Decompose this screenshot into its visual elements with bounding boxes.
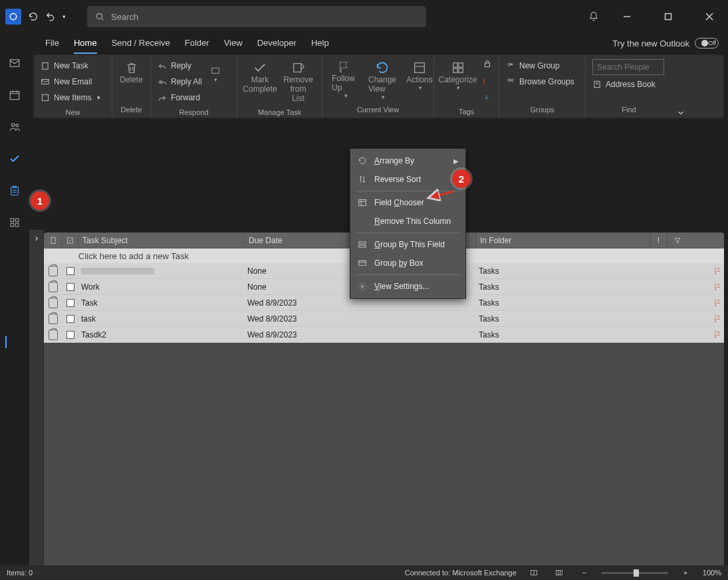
table-row[interactable]: Tasdk2 Wed 8/9/2023 Tasks: [44, 327, 724, 343]
cell-subject: Tasdk2: [78, 330, 245, 339]
menu-group-by-box[interactable]: Group by Box: [350, 254, 465, 272]
group-respond-label: Respond: [151, 108, 237, 118]
nav-tasks-icon[interactable]: [5, 183, 24, 198]
menu-remove-column[interactable]: Remove This Column: [350, 212, 465, 231]
try-toggle[interactable]: Off: [695, 38, 719, 48]
maximize-button[interactable]: [655, 7, 681, 27]
column-header-icon[interactable]: [44, 233, 62, 248]
close-button[interactable]: [696, 7, 723, 27]
zoom-out-button[interactable]: −: [576, 567, 592, 578]
svg-point-24: [508, 79, 511, 82]
menu-arrange-by[interactable]: Arrange By ▶: [350, 151, 465, 170]
private-icon[interactable]: [483, 59, 492, 70]
column-header-importance[interactable]: !: [650, 233, 667, 248]
search-box[interactable]: Search: [87, 6, 426, 27]
annotation-marker-1: 1: [31, 191, 49, 210]
cell-subject: [78, 268, 245, 274]
refresh-icon[interactable]: [28, 11, 39, 22]
tab-view[interactable]: View: [224, 33, 243, 53]
flag-icon[interactable]: [712, 266, 724, 276]
zoom-slider[interactable]: [602, 572, 668, 574]
undo-icon[interactable]: [45, 11, 56, 22]
folder-pane-expand-button[interactable]: [29, 230, 44, 580]
new-items-button[interactable]: New Items▾: [41, 91, 100, 104]
mark-complete-button[interactable]: Mark Complete: [244, 59, 276, 95]
tab-developer[interactable]: Developer: [257, 33, 297, 53]
reverse-sort-icon: [357, 175, 368, 184]
svg-rect-9: [15, 219, 19, 222]
new-items-label: New Items: [54, 91, 92, 104]
table-row[interactable]: task Wed 8/9/2023 Tasks: [44, 311, 724, 327]
column-header-complete[interactable]: [62, 233, 78, 248]
svg-rect-10: [11, 223, 14, 227]
new-group-button[interactable]: New Group: [506, 59, 574, 72]
actions-button[interactable]: Actions▾: [404, 59, 435, 92]
column-context-menu: Arrange By ▶ Reverse Sort Field Chooser …: [350, 148, 466, 299]
new-email-label: New Email: [54, 75, 92, 88]
flag-icon[interactable]: [712, 282, 724, 292]
task-icon: [44, 282, 62, 292]
menu-reverse-sort[interactable]: Reverse Sort: [350, 170, 465, 189]
flag-icon[interactable]: [712, 330, 724, 339]
delete-button[interactable]: Delete: [116, 59, 148, 86]
menu-group-by-field[interactable]: Group By This Field: [350, 235, 465, 254]
reply-button[interactable]: Reply: [158, 59, 202, 72]
tab-folder[interactable]: Folder: [185, 33, 209, 53]
new-email-button[interactable]: New Email: [41, 75, 100, 88]
follow-up-button[interactable]: Follow Up▾: [329, 59, 361, 100]
zoom-in-button[interactable]: +: [677, 567, 693, 578]
nav-more-apps-icon[interactable]: [5, 215, 24, 230]
ribbon-expand-button[interactable]: [672, 55, 689, 118]
search-placeholder: Search: [111, 12, 138, 22]
browse-groups-button[interactable]: Browse Groups: [506, 75, 574, 88]
importance-high-icon[interactable]: !: [483, 77, 492, 87]
svg-rect-21: [458, 68, 462, 72]
complete-checkbox[interactable]: [62, 283, 78, 291]
new-task-button[interactable]: New Task: [41, 59, 100, 72]
complete-checkbox[interactable]: [62, 267, 78, 275]
importance-low-icon[interactable]: [483, 94, 492, 104]
arrange-by-icon: [357, 156, 368, 165]
nav-todo-icon[interactable]: [5, 151, 24, 166]
cell-due-date: Wed 8/9/2023: [245, 298, 378, 308]
forward-label: Forward: [171, 91, 200, 104]
nav-people-icon[interactable]: [5, 120, 24, 134]
view-normal-icon[interactable]: [526, 567, 542, 578]
tab-file[interactable]: File: [45, 33, 59, 53]
reply-label: Reply: [171, 59, 191, 72]
gear-icon: [357, 282, 368, 291]
reply-all-button[interactable]: Reply All: [158, 75, 202, 88]
tab-home[interactable]: Home: [74, 33, 97, 53]
column-header-filter-icon[interactable]: [667, 233, 687, 248]
tab-help[interactable]: Help: [311, 33, 329, 53]
column-header-in-folder[interactable]: In Folder: [476, 233, 650, 248]
view-reading-icon[interactable]: [551, 567, 567, 578]
forward-button[interactable]: Forward: [158, 91, 202, 104]
tab-send-receive[interactable]: Send / Receive: [112, 33, 170, 53]
remove-from-list-button[interactable]: Remove from List: [281, 59, 315, 104]
svg-point-23: [509, 64, 511, 66]
notifications-icon[interactable]: [588, 11, 599, 22]
nav-mail-icon[interactable]: [5, 56, 24, 70]
annotation-arrow: [424, 189, 456, 202]
task-icon: [44, 298, 62, 308]
complete-checkbox[interactable]: [62, 331, 78, 339]
menu-view-settings[interactable]: View Settings...: [350, 277, 465, 296]
svg-rect-33: [359, 261, 366, 266]
complete-checkbox[interactable]: [62, 315, 78, 323]
svg-rect-30: [359, 199, 366, 205]
flag-icon[interactable]: [712, 298, 724, 308]
minimize-button[interactable]: [614, 7, 640, 27]
address-book-button[interactable]: Address Book: [592, 78, 664, 91]
flag-icon[interactable]: [712, 314, 724, 324]
more-respond-button[interactable]: ▾: [207, 59, 223, 84]
change-view-button[interactable]: Change View▾: [366, 59, 398, 102]
complete-checkbox[interactable]: [62, 299, 78, 307]
quick-access-dropdown-icon[interactable]: ▾: [62, 13, 66, 20]
categorize-button[interactable]: Categorize▾: [441, 59, 475, 92]
menu-arrange-by-label: rrange By: [380, 156, 414, 165]
cell-in-folder: Tasks: [476, 282, 650, 292]
column-header-subject[interactable]: Task Subject: [78, 233, 245, 248]
search-people-input[interactable]: [592, 59, 664, 75]
nav-calendar-icon[interactable]: [5, 88, 24, 102]
